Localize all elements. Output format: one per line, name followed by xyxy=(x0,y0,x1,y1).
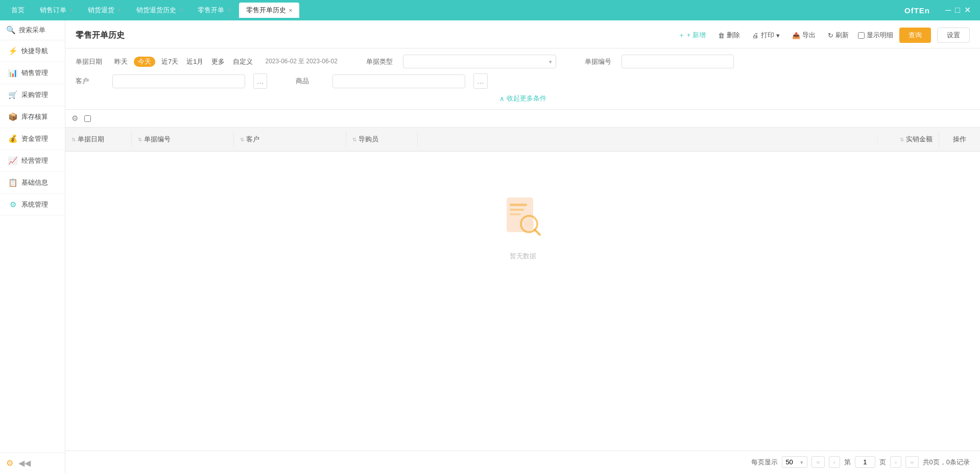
date-shortcut-today[interactable]: 今天 xyxy=(134,57,155,67)
sidebar-item-operation[interactable]: 📈 经营管理 xyxy=(0,150,65,172)
brand-text: OfTEn xyxy=(904,6,930,15)
type-select-wrapper xyxy=(403,55,556,68)
type-select[interactable] xyxy=(403,55,556,68)
tab-sales-return[interactable]: 销货退货× xyxy=(81,3,128,18)
date-shortcut-custom[interactable]: 自定义 xyxy=(231,57,255,67)
tab-sales-return-history[interactable]: 销货退货历史× xyxy=(129,3,189,18)
th-flex xyxy=(418,136,878,142)
tab-close-icon[interactable]: × xyxy=(69,7,73,13)
sidebar-footer: ⚙ ◀◀ xyxy=(0,453,65,473)
client-filter-input[interactable] xyxy=(112,74,245,88)
sidebar-item-system-mgmt[interactable]: ⚙ 系统管理 xyxy=(0,194,65,216)
sort-icon: ⇅ xyxy=(138,137,142,142)
last-page-button[interactable]: » xyxy=(905,456,918,468)
select-all-checkbox[interactable] xyxy=(84,115,91,122)
client-filter-label: 客户 xyxy=(76,77,104,86)
export-button[interactable]: 📤 导出 xyxy=(789,29,819,42)
tab-label: 首页 xyxy=(11,6,25,15)
date-shortcut-month[interactable]: 近1月 xyxy=(184,57,205,67)
per-page-select[interactable]: 50 10 20 100 xyxy=(782,456,807,468)
per-page-label: 每页显示 xyxy=(751,458,778,467)
sidebar-item-quick-nav[interactable]: ⚡ 快捷导航 xyxy=(0,40,65,62)
sidebar-icon-basic-info: 📋 xyxy=(8,178,17,187)
num-filter-label: 单据编号 xyxy=(585,57,613,66)
total-info: 共0页，0条记录 xyxy=(923,458,970,467)
tab-label: 销货退货历史 xyxy=(136,6,176,15)
prev-page-button[interactable]: ‹ xyxy=(829,456,840,468)
date-range-text: 2023-06-02 至 2023-06-02 xyxy=(265,57,337,66)
query-button[interactable]: 查询 xyxy=(899,28,931,43)
display-toggle[interactable]: 显示明细 xyxy=(858,31,893,40)
top-bar-right: OfTEn ─ □ ✕ xyxy=(904,6,971,15)
print-dropdown-icon: ▾ xyxy=(776,32,780,39)
sort-icon: ⇅ xyxy=(352,137,356,142)
add-label: + 新增 xyxy=(687,31,706,40)
sidebar-label-inventory: 库存核算 xyxy=(21,112,48,121)
delete-button[interactable]: 🗑 删除 xyxy=(715,29,743,42)
page-number-input[interactable] xyxy=(855,456,875,468)
goods-dots-button[interactable]: ... xyxy=(473,73,487,89)
empty-icon xyxy=(497,192,548,243)
empty-text: 暂无数据 xyxy=(510,252,536,261)
sidebar-item-sales-mgmt[interactable]: 📊 销售管理 xyxy=(0,62,65,84)
date-shortcuts: 昨天今天近7天近1月更多自定义 xyxy=(112,57,255,67)
sidebar-item-basic-info[interactable]: 📋 基础信息 xyxy=(0,172,65,194)
table-settings-icon[interactable]: ⚙ xyxy=(71,114,78,123)
date-shortcut-more[interactable]: 更多 xyxy=(209,57,227,67)
tab-retail-open[interactable]: 零售开单× xyxy=(190,3,237,18)
window-close-button[interactable]: ✕ xyxy=(964,6,971,14)
sidebar-item-finance[interactable]: 💰 资金管理 xyxy=(0,128,65,150)
tab-home[interactable]: 首页 xyxy=(4,3,32,18)
svg-point-5 xyxy=(524,219,534,229)
tab-label: 零售开单 xyxy=(198,6,224,15)
filter-row-1: 单据日期 昨天今天近7天近1月更多自定义 2023-06-02 至 2023-0… xyxy=(76,55,970,68)
collapse-filter-btn[interactable]: ∧ 收起更多条件 xyxy=(76,94,970,103)
refresh-label: 刷新 xyxy=(835,31,849,40)
sidebar-icon-quick-nav: ⚡ xyxy=(8,46,17,56)
th-num: ⇅ 单据编号 xyxy=(132,132,234,147)
client-dots-button[interactable]: ... xyxy=(253,73,267,89)
window-max-button[interactable]: □ xyxy=(955,6,960,14)
tab-retail-history[interactable]: 零售开单历史× xyxy=(239,3,299,18)
print-button[interactable]: 🖨 打印 ▾ xyxy=(749,29,783,42)
sidebar-label-system-mgmt: 系统管理 xyxy=(21,200,48,209)
print-label: 打印 xyxy=(761,31,774,40)
table-section: ⚙ ⇅ 单据日期 ⇅ 单据编号 ⇅ 客户 xyxy=(65,110,980,451)
collapse-sidebar-icon[interactable]: ◀◀ xyxy=(18,458,31,468)
sidebar-item-inventory[interactable]: 📦 库存核算 xyxy=(0,106,65,128)
top-bar: 首页销售订单×销货退货×销货退货历史×零售开单×零售开单历史× OfTEn ─ … xyxy=(0,0,980,20)
sidebar-search[interactable]: 🔍 搜索采单 xyxy=(0,20,65,40)
tab-label: 销售订单 xyxy=(40,6,66,15)
tab-list: 首页销售订单×销货退货×销货退货历史×零售开单×零售开单历史× xyxy=(4,3,904,18)
export-icon: 📤 xyxy=(792,32,800,39)
filter-area: 单据日期 昨天今天近7天近1月更多自定义 2023-06-02 至 2023-0… xyxy=(65,48,980,110)
page-title: 零售开单历史 xyxy=(76,30,125,41)
display-checkbox[interactable] xyxy=(858,32,865,39)
tab-sales-order[interactable]: 销售订单× xyxy=(33,3,80,18)
delete-label: 删除 xyxy=(727,31,740,40)
tab-close-icon[interactable]: × xyxy=(179,7,182,13)
date-shortcut-yesterday[interactable]: 昨天 xyxy=(112,57,130,67)
empty-state: 暂无数据 xyxy=(65,152,980,302)
sidebar-icon-purchase-mgmt: 🛒 xyxy=(8,90,17,99)
date-shortcut-7days[interactable]: 近7天 xyxy=(159,57,180,67)
tab-close-icon[interactable]: × xyxy=(289,7,292,13)
sidebar-item-purchase-mgmt[interactable]: 🛒 采购管理 xyxy=(0,84,65,106)
next-page-button[interactable]: › xyxy=(890,456,901,468)
settings-icon[interactable]: ⚙ xyxy=(6,458,13,468)
refresh-button[interactable]: ↻ 刷新 xyxy=(825,29,852,42)
sidebar-label-basic-info: 基础信息 xyxy=(21,178,48,187)
goods-filter-input[interactable] xyxy=(332,74,465,88)
delete-icon: 🗑 xyxy=(718,32,725,39)
tab-label: 零售开单历史 xyxy=(246,6,286,15)
sidebar-icon-operation: 📈 xyxy=(8,156,17,165)
add-icon: ＋ xyxy=(678,31,685,40)
tab-close-icon[interactable]: × xyxy=(227,7,230,13)
first-page-button[interactable]: « xyxy=(811,456,824,468)
setting-button[interactable]: 设置 xyxy=(937,28,970,43)
add-button[interactable]: ＋ + 新增 xyxy=(675,29,709,42)
window-min-button[interactable]: ─ xyxy=(945,6,951,14)
sort-icon: ⇅ xyxy=(71,137,76,142)
num-filter-input[interactable] xyxy=(622,55,734,68)
tab-close-icon[interactable]: × xyxy=(117,7,121,13)
